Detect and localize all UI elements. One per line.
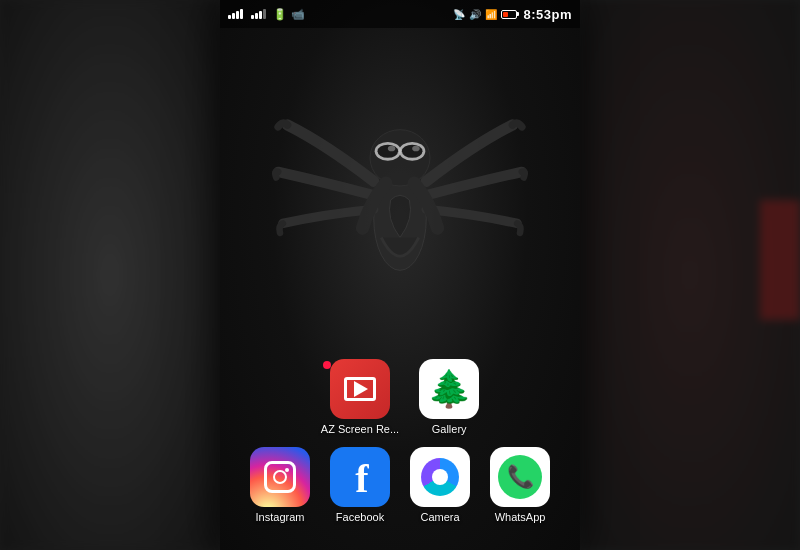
signal-bar — [236, 11, 239, 19]
app-facebook[interactable]: f Facebook — [330, 447, 390, 523]
wa-bubble: 📞 — [498, 455, 542, 499]
battery-status-icon: 🔋 — [273, 8, 287, 21]
volume-icon: 🔊 — [469, 9, 481, 20]
az-screen-recorder-icon — [330, 359, 390, 419]
apps-container: AZ Screen Re... 🌲 Gallery — [220, 349, 580, 550]
whatsapp-icon: 📞 — [490, 447, 550, 507]
app-row-1: AZ Screen Re... 🌲 Gallery — [230, 359, 570, 435]
gallery-label: Gallery — [432, 423, 467, 435]
spider-symbol — [260, 50, 540, 350]
gallery-tree-icon: 🌲 — [427, 371, 472, 407]
ig-dot — [285, 468, 289, 472]
signal-bars-2 — [251, 9, 266, 19]
time-display: 8:53pm — [523, 7, 572, 22]
signal-bar — [255, 13, 258, 19]
status-left: 🔋 📹 — [228, 8, 305, 21]
camera-inner-circle — [432, 469, 448, 485]
facebook-f-letter: f — [355, 459, 368, 499]
gallery-icon: 🌲 — [419, 359, 479, 419]
status-right: 📡 🔊 📶 8:53pm — [453, 7, 572, 22]
app-instagram[interactable]: Instagram — [250, 447, 310, 523]
phone-screen: 🔋 📹 📡 🔊 📶 8:53pm — [220, 0, 580, 550]
blurred-right-bg — [580, 0, 800, 550]
signal-bar — [259, 11, 262, 19]
battery-fill — [503, 12, 508, 17]
svg-point-7 — [412, 146, 420, 152]
wifi-icon: 📶 — [485, 9, 497, 20]
camera-circle — [421, 458, 459, 496]
facebook-label: Facebook — [336, 511, 384, 523]
cast-icon: 📡 — [453, 9, 465, 20]
signal-bar — [228, 15, 231, 19]
instagram-icon — [250, 447, 310, 507]
wa-phone-icon: 📞 — [507, 464, 534, 490]
status-bar: 🔋 📹 📡 🔊 📶 8:53pm — [220, 0, 580, 28]
instagram-label: Instagram — [256, 511, 305, 523]
blurred-left-bg — [0, 0, 220, 550]
ig-inner — [264, 461, 296, 493]
battery-indicator — [501, 10, 519, 19]
ig-circle — [273, 470, 287, 484]
app-camera[interactable]: Camera — [410, 447, 470, 523]
camera-icon — [410, 447, 470, 507]
video-camera-icon: 📹 — [291, 8, 305, 21]
az-icon-inner — [330, 359, 390, 419]
az-screen-recorder-label: AZ Screen Re... — [321, 423, 399, 435]
app-whatsapp[interactable]: 📞 WhatsApp — [490, 447, 550, 523]
facebook-icon: f — [330, 447, 390, 507]
az-screen-shape — [344, 377, 376, 401]
svg-point-6 — [388, 146, 396, 152]
signal-bar — [251, 15, 254, 19]
svg-point-5 — [402, 145, 423, 158]
battery-tip — [517, 12, 519, 16]
signal-bar-inactive — [263, 9, 266, 19]
signal-bar — [240, 9, 243, 19]
app-gallery[interactable]: 🌲 Gallery — [419, 359, 479, 435]
signal-bar — [232, 13, 235, 19]
az-play-button — [354, 381, 368, 397]
svg-point-4 — [378, 145, 399, 158]
whatsapp-label: WhatsApp — [495, 511, 546, 523]
signal-bars-1 — [228, 9, 243, 19]
app-az-screen-recorder[interactable]: AZ Screen Re... — [321, 359, 399, 435]
camera-label: Camera — [420, 511, 459, 523]
app-row-2: Instagram f Facebook Camera — [230, 447, 570, 523]
